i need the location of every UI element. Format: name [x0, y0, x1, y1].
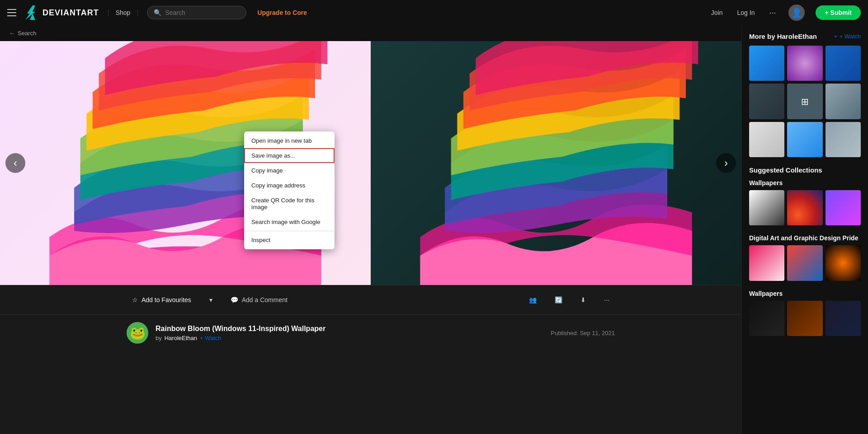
avatar-icon: 👤 — [791, 7, 802, 18]
avatar-person-icon: 🐸 — [130, 326, 146, 341]
search-bar: 🔍 — [147, 6, 246, 19]
content-area: ← Search — [0, 25, 741, 434]
more-actions-button[interactable]: ··· — [599, 293, 615, 307]
dropdown-arrow-button[interactable]: ▾ — [204, 293, 218, 307]
comment-icon: 💬 — [231, 296, 238, 303]
breadcrumb-search[interactable]: Search — [18, 30, 36, 37]
context-copy-image[interactable]: Copy image — [244, 163, 335, 178]
image-next-button[interactable]: › — [716, 153, 736, 173]
wallpapers2-collection: Wallpapers — [749, 290, 861, 336]
artwork-by: by HaroleEthan + Watch — [156, 335, 543, 341]
artist-avatar[interactable]: 🐸 — [127, 322, 148, 344]
context-menu: Open image in new tab Save image as... C… — [244, 131, 335, 249]
artist-name-link[interactable]: HaroleEthan — [165, 335, 197, 341]
wallpapers2-grid — [749, 301, 861, 336]
sidebar-watch-button[interactable]: + + Watch — [834, 33, 861, 40]
wallpapers2-thumb-3[interactable] — [826, 301, 861, 336]
context-inspect[interactable]: Inspect — [244, 233, 335, 247]
artist-thumb-3[interactable] — [826, 46, 861, 81]
watch-artist-button[interactable]: + Watch — [200, 335, 222, 341]
navbar: DEVIANTART Shop 🔍 Upgrade to Core Join L… — [0, 0, 868, 25]
submit-button[interactable]: + Submit — [816, 5, 861, 20]
more-by-section: More by HaroleEthan + + Watch ⊞ — [749, 33, 861, 157]
digital-art-title: Digital Art and Graphic Design Pride — [749, 234, 861, 242]
logo-text: DEVIANTART — [42, 8, 99, 18]
more-by-header: More by HaroleEthan + + Watch — [749, 33, 861, 40]
breadcrumb: ← Search — [0, 25, 741, 41]
plus-icon: + — [834, 33, 838, 40]
share-icon: 👥 — [529, 296, 537, 303]
context-open-new-tab[interactable]: Open image in new tab — [244, 133, 335, 148]
join-link[interactable]: Join — [711, 9, 723, 16]
search-icon: 🔍 — [154, 9, 161, 16]
digital-thumb-1[interactable] — [749, 245, 784, 280]
add-comment-button[interactable]: 💬 Add a Comment — [225, 293, 293, 307]
digital-thumb-3[interactable] — [826, 245, 861, 280]
wallpaper-thumb-1[interactable] — [749, 190, 784, 225]
artist-thumb-2[interactable] — [787, 46, 822, 81]
wallpapers-grid — [749, 190, 861, 225]
download-icon: ⬇ — [580, 296, 586, 303]
context-search-google[interactable]: Search image with Google — [244, 215, 335, 229]
main-layout: ← Search — [0, 25, 868, 434]
digital-thumb-2[interactable] — [787, 245, 822, 280]
digital-art-collection: Digital Art and Graphic Design Pride — [749, 234, 861, 280]
publish-info: Published: Sep 11, 2021 — [551, 330, 615, 336]
wallpapers2-thumb-1[interactable] — [749, 301, 784, 336]
wallpapers-title: Wallpapers — [749, 179, 861, 187]
digital-art-grid — [749, 245, 861, 280]
artist-thumb-9[interactable] — [826, 122, 861, 157]
by-label: by — [156, 335, 162, 341]
wallpaper-thumb-3[interactable] — [826, 190, 861, 225]
context-save-image[interactable]: Save image as... — [244, 148, 335, 163]
artist-thumb-8[interactable] — [787, 122, 822, 157]
sidebar: More by HaroleEthan + + Watch ⊞ — [741, 25, 868, 434]
artist-thumb-1[interactable] — [749, 46, 784, 81]
wallpaper-thumb-2[interactable] — [787, 190, 822, 225]
search-input[interactable] — [165, 9, 240, 16]
wallpapers-collection: Wallpapers — [749, 179, 861, 225]
context-copy-image-address[interactable]: Copy image address — [244, 178, 335, 193]
context-divider — [244, 231, 335, 231]
image-right — [371, 41, 741, 285]
artwork-info: 🐸 Rainbow Bloom (Windows 11-Inspired) Wa… — [0, 314, 741, 351]
artist-thumb-4[interactable] — [749, 84, 784, 119]
artwork-title: Rainbow Bloom (Windows 11-Inspired) Wall… — [156, 325, 543, 333]
image-prev-button[interactable]: ‹ — [5, 153, 25, 173]
upgrade-link[interactable]: Upgrade to Core — [257, 9, 307, 16]
artist-thumb-7[interactable] — [749, 122, 784, 157]
more-by-title: More by HaroleEthan — [749, 33, 817, 40]
suggested-header: Suggested Collections — [749, 166, 861, 174]
artwork-details: Rainbow Bloom (Windows 11-Inspired) Wall… — [156, 325, 543, 341]
suggested-collections-section: Suggested Collections Wallpapers Digital… — [749, 166, 861, 345]
wallpapers2-title: Wallpapers — [749, 290, 861, 297]
star-icon: ☆ — [132, 296, 138, 303]
avatar-image: 🐸 — [127, 322, 148, 344]
download-button[interactable]: ⬇ — [575, 293, 591, 307]
refresh-icon: 🔄 — [555, 296, 562, 303]
refresh-button[interactable]: 🔄 — [549, 293, 568, 307]
logo[interactable]: DEVIANTART — [25, 5, 99, 20]
artist-thumb-5[interactable]: ⊞ — [787, 84, 822, 119]
breadcrumb-arrow: ← — [9, 30, 15, 37]
share-button[interactable]: 👥 — [524, 293, 542, 307]
actions-right: 👥 🔄 ⬇ ··· — [524, 293, 615, 307]
more-options-button[interactable]: ··· — [769, 8, 776, 18]
context-create-qr[interactable]: Create QR Code for this image — [244, 193, 335, 215]
artist-thumb-6[interactable] — [826, 84, 861, 119]
login-link[interactable]: Log In — [737, 9, 755, 16]
add-favourites-button[interactable]: ☆ Add to Favourites — [127, 293, 197, 307]
more-by-grid: ⊞ — [749, 46, 861, 157]
shop-link[interactable]: Shop — [108, 9, 138, 16]
chevron-down-icon: ▾ — [209, 296, 212, 303]
actions-bar: ☆ Add to Favourites ▾ 💬 Add a Comment 👥 … — [0, 285, 741, 314]
avatar[interactable]: 👤 — [788, 5, 805, 21]
suggested-title: Suggested Collections — [749, 166, 822, 174]
flower-right — [371, 41, 741, 285]
image-viewer: Open image in new tab Save image as... C… — [0, 41, 741, 285]
wallpapers2-thumb-2[interactable] — [787, 301, 822, 336]
logo-icon — [25, 5, 40, 20]
more-icon: ··· — [604, 296, 609, 303]
hamburger-button[interactable] — [7, 6, 20, 19]
